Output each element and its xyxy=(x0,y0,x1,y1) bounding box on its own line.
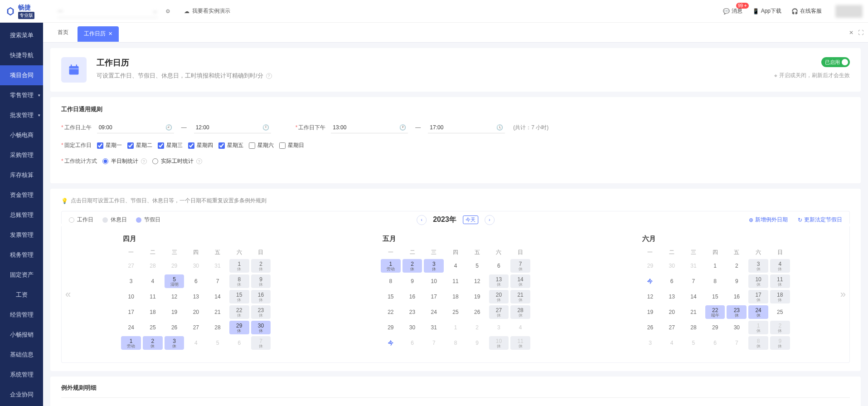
calendar-day[interactable]: 1劳动 xyxy=(381,259,401,273)
calendar-day[interactable]: 2休 xyxy=(402,259,422,273)
calendar-day[interactable]: 4 xyxy=(186,336,206,350)
sidebar-item[interactable]: 项目合同 xyxy=(0,65,43,85)
calendar-day[interactable]: 6 xyxy=(662,274,682,288)
calendar-day[interactable]: 6 xyxy=(705,336,725,350)
calendar-day[interactable]: 3 xyxy=(121,274,141,288)
sidebar-item[interactable]: 搜索菜单 xyxy=(0,25,43,45)
calendar-day[interactable]: 2休 xyxy=(770,321,790,334)
prev-months-button[interactable]: « xyxy=(65,289,71,300)
demo-link[interactable]: ☁ 我要看实例演示 xyxy=(184,7,230,15)
calendar-day[interactable]: 12 xyxy=(165,290,184,303)
calendar-day[interactable]: 13休 xyxy=(489,274,509,288)
calendar-day[interactable]: 18 xyxy=(446,290,466,303)
customer-service-button[interactable]: 🎧 在线客服 xyxy=(791,7,822,15)
calendar-day[interactable]: 4 xyxy=(510,321,530,334)
calendar-day[interactable]: 29 xyxy=(640,259,660,273)
calendar-day[interactable]: 17休 xyxy=(748,290,768,303)
calendar-day[interactable]: 2 xyxy=(727,259,747,273)
calendar-day[interactable]: 27休 xyxy=(489,305,509,319)
calendar-day[interactable]: 30休 xyxy=(251,321,271,334)
calendar-day[interactable]: 15 xyxy=(705,290,725,303)
calendar-day[interactable]: 3 xyxy=(640,336,660,350)
calendar-day[interactable]: 25 xyxy=(770,305,790,319)
afternoon-start-input[interactable]: 13:00🕐 xyxy=(331,122,408,133)
calendar-day[interactable]: 24 xyxy=(121,321,141,334)
calendar-day[interactable]: 10 xyxy=(121,290,141,303)
calendar-day[interactable]: 29 xyxy=(705,321,725,334)
weekday-checkbox[interactable]: 星期三 xyxy=(158,142,183,149)
calendar-day[interactable]: 23休 xyxy=(251,305,271,319)
calendar-day[interactable]: 8休 xyxy=(229,274,249,288)
calendar-day[interactable]: 18 xyxy=(143,305,163,319)
calendar-day[interactable]: 13 xyxy=(662,290,682,303)
morning-start-input[interactable]: 09:00🕘 xyxy=(97,122,174,133)
calendar-day[interactable]: 8休 xyxy=(748,336,768,350)
calendar-day[interactable]: 14 xyxy=(208,290,228,303)
calendar-day[interactable]: 11休 xyxy=(770,274,790,288)
sidebar-item[interactable]: 总账管理 xyxy=(0,205,43,225)
calendar-day[interactable]: 28 xyxy=(684,321,703,334)
afternoon-end-input[interactable]: 17:00🕔 xyxy=(428,122,505,133)
calendar-day[interactable]: 31 xyxy=(424,321,444,334)
calendar-day[interactable]: 22端午 xyxy=(705,305,725,319)
calendar-day[interactable]: 22 xyxy=(381,305,401,319)
sidebar-item[interactable]: 经营管理 xyxy=(0,305,43,325)
calendar-day[interactable]: 11 xyxy=(446,274,466,288)
calendar-day[interactable]: 24 xyxy=(424,305,444,319)
calendar-day[interactable]: 26 xyxy=(467,305,487,319)
close-all-icon[interactable]: ✕ xyxy=(849,29,853,36)
calendar-day[interactable]: 3休 xyxy=(424,259,444,273)
calendar-day[interactable]: 11休 xyxy=(510,336,530,350)
calendar-day[interactable]: 13 xyxy=(186,290,206,303)
calendar-day[interactable]: 7 xyxy=(727,336,747,350)
calendar-day[interactable]: 28 xyxy=(208,321,228,334)
calendar-day[interactable]: 21 xyxy=(208,305,228,319)
calendar-day[interactable]: 3休 xyxy=(748,259,768,273)
update-holiday-button[interactable]: ↻更新法定节假日 xyxy=(798,216,842,224)
calendar-day[interactable]: 4休 xyxy=(770,259,790,273)
calendar-day[interactable]: 30 xyxy=(186,259,206,273)
calendar-day[interactable]: 26 xyxy=(640,321,660,334)
weekday-checkbox[interactable]: 星期五 xyxy=(218,142,243,149)
calendar-day[interactable]: 2休 xyxy=(251,259,271,273)
stat-half-radio[interactable]: 半日制统计? xyxy=(102,157,147,165)
messages-button[interactable]: 💬 消息 99 + xyxy=(723,7,742,15)
calendar-day[interactable]: 22休 xyxy=(229,305,249,319)
calendar-day[interactable]: 5 xyxy=(684,336,703,350)
sidebar-item[interactable]: 小畅报销 xyxy=(0,325,43,345)
sidebar-item[interactable]: 资金管理 xyxy=(0,185,43,205)
calendar-day[interactable]: 7 xyxy=(208,274,228,288)
weekday-checkbox[interactable]: 星期四 xyxy=(188,142,213,149)
calendar-day[interactable]: 28休 xyxy=(510,305,530,319)
sidebar-item[interactable]: 工资 xyxy=(0,285,43,305)
calendar-day[interactable]: 25 xyxy=(143,321,163,334)
calendar-day[interactable]: 7 xyxy=(684,274,703,288)
calendar-day[interactable]: 6 xyxy=(489,259,509,273)
calendar-day[interactable]: 20休 xyxy=(489,290,509,303)
help-icon[interactable]: ? xyxy=(266,73,272,79)
calendar-day[interactable]: 25 xyxy=(446,305,466,319)
calendar-day[interactable]: 29 xyxy=(165,259,184,273)
calendar-day[interactable]: 15休 xyxy=(229,290,249,303)
calendar-day[interactable]: 10 xyxy=(424,274,444,288)
calendar-day[interactable]: 16 xyxy=(402,290,422,303)
calendar-day[interactable]: 今 xyxy=(381,336,401,350)
sidebar-item[interactable]: 系统管理 xyxy=(0,365,43,385)
calendar-day[interactable]: 5 xyxy=(208,336,228,350)
app-download-button[interactable]: 📱 App下载 xyxy=(752,7,781,15)
sidebar-item[interactable]: 快捷导航 xyxy=(0,45,43,65)
help-icon[interactable]: ? xyxy=(196,158,202,164)
calendar-day[interactable]: 8 xyxy=(705,274,725,288)
calendar-day[interactable]: 14休 xyxy=(510,274,530,288)
calendar-day[interactable]: 6 xyxy=(186,274,206,288)
sidebar-item[interactable]: 发票管理 xyxy=(0,225,43,245)
calendar-day[interactable]: 14 xyxy=(684,290,703,303)
calendar-day[interactable]: 10休 xyxy=(748,274,768,288)
sidebar-item[interactable]: 固定资产 xyxy=(0,265,43,285)
calendar-day[interactable]: 8 xyxy=(446,336,466,350)
calendar-day[interactable]: 6 xyxy=(229,336,249,350)
calendar-day[interactable]: 21休 xyxy=(510,290,530,303)
calendar-day[interactable]: 1 xyxy=(446,321,466,334)
calendar-day[interactable]: 4 xyxy=(143,274,163,288)
calendar-day[interactable]: 3 xyxy=(489,321,509,334)
